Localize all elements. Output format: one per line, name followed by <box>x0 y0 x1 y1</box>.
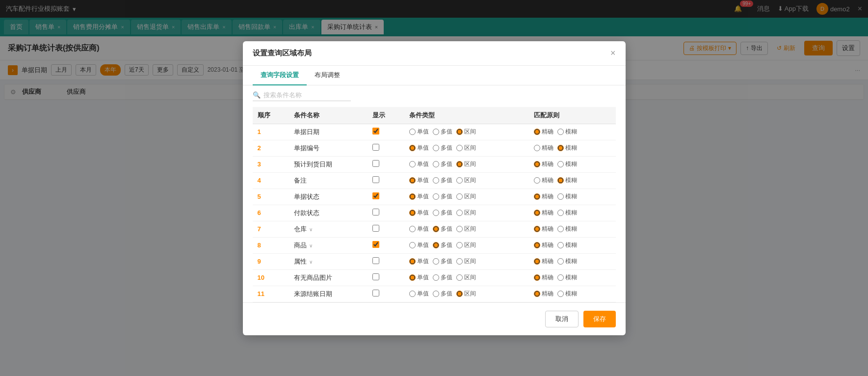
modal-title: 设置查询区域布局 <box>253 49 312 58</box>
modal-overlay: 设置查询区域布局 × 查询字段设置 布局调整 🔍 顺序 <box>0 0 868 104</box>
modal-close-button[interactable]: × <box>610 48 616 58</box>
search-box: 🔍 <box>253 91 351 101</box>
modal-tabs: 查询字段设置 布局调整 <box>243 66 626 85</box>
search-icon: 🔍 <box>253 91 261 99</box>
tab-layout-adjust[interactable]: 布局调整 <box>307 66 348 85</box>
modal-search-area: 🔍 <box>243 85 626 105</box>
modal-dialog: 设置查询区域布局 × 查询字段设置 布局调整 🔍 顺序 <box>243 41 626 105</box>
tab-query-fields[interactable]: 查询字段设置 <box>253 66 307 85</box>
search-input[interactable] <box>263 91 342 99</box>
modal-header: 设置查询区域布局 × <box>243 41 626 66</box>
